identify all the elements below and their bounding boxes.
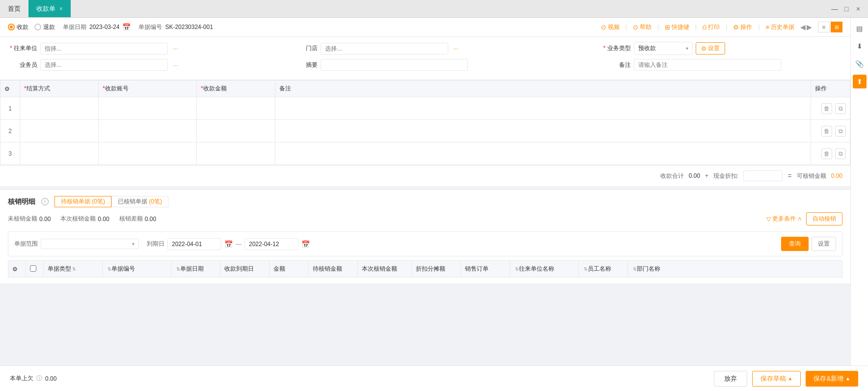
verify-header: 核销明细 i 待核销单据 (0笔) 已核销单据 (0笔): [8, 196, 842, 207]
staff-input[interactable]: [40, 59, 168, 71]
row-3-remark[interactable]: [275, 142, 811, 165]
help-btn[interactable]: ⊙ 帮助: [633, 23, 651, 31]
row-3-settle[interactable]: [20, 142, 99, 165]
calendar-icon[interactable]: 📅: [122, 23, 131, 31]
verify-info-icon[interactable]: i: [41, 198, 49, 205]
auto-verify-btn[interactable]: 自动核销: [806, 212, 842, 225]
next-arrow[interactable]: ▶: [807, 23, 812, 31]
cal-from-icon[interactable]: 📅: [224, 240, 233, 248]
row-3-copy-icon[interactable]: ⧉: [835, 148, 846, 159]
partner-input[interactable]: [40, 43, 168, 55]
remark-input[interactable]: [634, 59, 781, 71]
th-gear[interactable]: ⚙: [0, 81, 20, 97]
row-1-copy-icon[interactable]: ⧉: [835, 103, 846, 114]
range-select[interactable]: ▾: [41, 239, 139, 249]
video-btn[interactable]: ⊙ 视频: [601, 23, 620, 31]
history-btn[interactable]: ≡ 历史单据: [765, 23, 794, 31]
row-1-account[interactable]: [99, 97, 197, 120]
verify-title: 核销明细: [8, 197, 35, 206]
biz-type-select[interactable]: 预收款 ▾: [634, 42, 693, 55]
cal-to-icon[interactable]: 📅: [301, 240, 310, 248]
row-2-copy-icon[interactable]: ⧉: [835, 126, 846, 137]
shortcut-icon: ⊞: [665, 24, 670, 31]
bth-due-date: 收款到期日: [220, 261, 270, 278]
view-btns: ≡ ⊞: [818, 22, 842, 32]
date-to-input[interactable]: [244, 238, 298, 250]
video-icon: ⊙: [601, 24, 606, 31]
filter-settings-btn[interactable]: 设置: [812, 237, 836, 251]
row-2-account[interactable]: [99, 120, 197, 142]
staff-more-icon[interactable]: ···: [173, 61, 178, 69]
radio-refund[interactable]: 退款: [34, 23, 55, 31]
radio-refund-label: 退款: [43, 23, 55, 31]
row-2-amount[interactable]: [197, 120, 275, 142]
verify-actions: ▽ 更多条件 ∧ 自动核销: [766, 212, 842, 225]
result-value: 0.00: [831, 172, 842, 179]
sidebar-attach-icon[interactable]: 📎: [853, 57, 867, 71]
number-value: SK-20230324-001: [165, 24, 213, 30]
grid-view-btn[interactable]: ⊞: [831, 22, 842, 32]
select-all-checkbox[interactable]: [30, 265, 36, 272]
shop-input[interactable]: [321, 43, 448, 55]
maximize-btn[interactable]: □: [842, 5, 850, 13]
setting-label: 设置: [708, 44, 720, 53]
operation-btn[interactable]: ⚙ 操作: [733, 23, 752, 31]
bth-gear[interactable]: ⚙: [8, 261, 26, 278]
row-2-settle[interactable]: [20, 120, 99, 142]
row-3-account[interactable]: [99, 142, 197, 165]
right-sidebar: ▤ ⬇ 📎 ⬆: [850, 18, 868, 309]
tab-done[interactable]: 已核销单据 (0笔): [111, 196, 168, 207]
date-from-input[interactable]: [167, 238, 221, 250]
bth-type: 单据类型⇅: [44, 261, 103, 278]
shop-more-icon[interactable]: ···: [453, 45, 459, 52]
row-3-delete-icon[interactable]: 🗑: [821, 148, 832, 159]
help-label: 帮助: [640, 23, 651, 31]
sidebar-export-icon[interactable]: ⬆: [853, 75, 867, 88]
print-label: 打印: [708, 23, 720, 31]
tab-home[interactable]: 首页: [0, 0, 28, 17]
row-3-amount[interactable]: [197, 142, 275, 165]
tab-home-label: 首页: [8, 4, 21, 13]
row-2-remark[interactable]: [275, 120, 811, 142]
sidebar-table-icon[interactable]: ▤: [853, 22, 867, 35]
tab-pending[interactable]: 待核销单据 (0笔): [54, 196, 111, 207]
minimize-btn[interactable]: —: [831, 5, 839, 13]
partner-label: 往来单位: [8, 44, 37, 53]
verify-tabs: 待核销单据 (0笔) 已核销单据 (0笔): [54, 196, 168, 207]
th-remark: 备注: [275, 81, 811, 97]
prev-arrow[interactable]: ◀: [800, 23, 806, 31]
filter-actions: 查询 设置: [781, 237, 836, 251]
setting-button[interactable]: ⚙ 设置: [696, 42, 725, 55]
row-1-settle[interactable]: [20, 97, 99, 120]
more-filter-btn[interactable]: ▽ 更多条件 ∧: [766, 215, 802, 223]
summary-field: 摘要: [269, 59, 582, 71]
nav-arrows: ◀ ▶: [800, 23, 812, 31]
sidebar-import-icon[interactable]: ⬇: [853, 39, 867, 53]
summary-row: 收款合计 0.00 + 现金折扣: = 可核销金额 0.00: [0, 165, 850, 186]
row-2-delete-icon[interactable]: 🗑: [821, 126, 832, 137]
biz-type-field: 业务类型 预收款 ▾ ⚙ 设置: [582, 42, 842, 55]
bth-checkbox[interactable]: [26, 261, 44, 278]
unchecked-label: 未核销金额: [8, 215, 37, 223]
tab-active[interactable]: 收款单 ×: [28, 0, 71, 17]
tab-close-btn[interactable]: ×: [59, 5, 63, 12]
tab-bar: 首页 收款单 × — □ ×: [0, 0, 868, 18]
radio-receipt[interactable]: 收款: [8, 23, 28, 31]
query-btn[interactable]: 查询: [781, 237, 809, 251]
discount-input[interactable]: [743, 170, 783, 181]
shortcut-label: 快捷键: [672, 23, 689, 31]
print-btn[interactable]: ⎙ 打印: [703, 23, 720, 31]
close-btn[interactable]: ×: [854, 5, 862, 13]
total-value: 0.00: [689, 172, 700, 179]
number-label: 单据编号: [138, 23, 162, 31]
summary-input[interactable]: [321, 59, 468, 71]
row-1-op-icons: 🗑 ⧉: [815, 103, 846, 114]
list-view-btn[interactable]: ≡: [818, 22, 830, 32]
date-field: 单据日期 2023-03-24 📅: [63, 23, 131, 31]
th-operation: 操作: [811, 81, 850, 97]
row-1-amount[interactable]: [197, 97, 275, 120]
shortcut-btn[interactable]: ⊞ 快捷键: [665, 23, 689, 31]
partner-more-icon[interactable]: ···: [173, 45, 178, 52]
row-1-delete-icon[interactable]: 🗑: [821, 103, 832, 114]
row-1-remark[interactable]: [275, 97, 811, 120]
